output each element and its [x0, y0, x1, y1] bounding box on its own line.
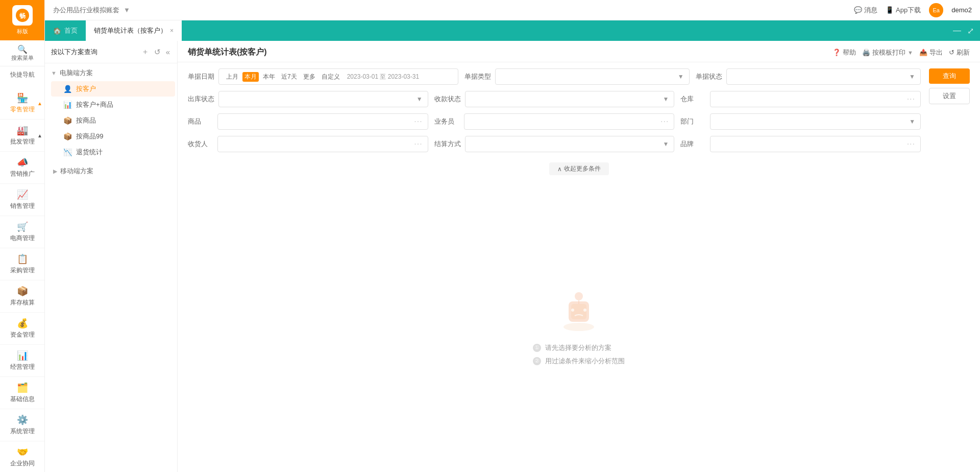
query-button[interactable]: 查询 [929, 68, 970, 84]
home-tab-label: 首页 [64, 26, 78, 35]
tab-bar: 🏠 首页 销货单统计表（按客户） × — ⤢ [45, 20, 980, 41]
return-stats-icon: 📉 [63, 148, 72, 156]
filter-area: 单据日期 上月 本月 本年 近7天 更多 自定义 20 [178, 62, 980, 158]
wholesale-icon: 🏭 [17, 125, 28, 136]
finance-label: 资金管理 [10, 331, 35, 339]
collapse-scheme-btn[interactable]: « [165, 46, 171, 57]
filter-row-4: 收货人 ··· 结算方式 ▼ 品牌 [188, 136, 921, 152]
by-customer-goods-label: 按客户+商品 [76, 100, 113, 109]
tab-home[interactable]: 🏠 首页 [45, 20, 86, 41]
svg-point-2 [564, 323, 594, 331]
wholesale-label: 批发管理 [10, 137, 35, 146]
warehouse-control[interactable]: ··· [710, 91, 921, 107]
salesperson-control[interactable]: ··· [464, 113, 675, 130]
scheme-pc-group-header[interactable]: ▼ 电脑端方案 [45, 65, 177, 81]
settle-control[interactable]: ▼ [465, 136, 675, 152]
enterprise-label: 企业协同 [10, 459, 35, 468]
scheme-item-by-goods[interactable]: 📦 按商品 [51, 113, 175, 128]
sidebar-item-purchase[interactable]: 📋 采购管理 [0, 248, 44, 280]
order-status-control[interactable]: ▼ [726, 68, 921, 85]
sidebar-item-inventory[interactable]: 📦 库存核算 [0, 280, 44, 313]
warehouse-ellipsis-icon: ··· [907, 95, 915, 104]
by-goods-99-label: 按商品99 [76, 132, 103, 141]
scheme-item-return-stats[interactable]: 📉 退货统计 [51, 145, 175, 160]
inventory-label: 库存核算 [10, 298, 35, 307]
date-tag-this-year[interactable]: 本年 [261, 72, 277, 82]
sidebar-item-basic[interactable]: 🗂️ 基础信息 [0, 377, 44, 409]
message-btn[interactable]: 💬 消息 [854, 6, 877, 15]
sidebar-item-wholesale[interactable]: 🏭 批发管理 ▲ [0, 120, 44, 152]
date-tag-last-month[interactable]: 上月 [224, 72, 240, 82]
pc-expand-icon: ▼ [51, 70, 57, 76]
print-btn[interactable]: 🖨️ 按模板打印 ▼ [862, 48, 913, 57]
svg-rect-4 [571, 304, 586, 319]
receipt-status-control[interactable]: ▼ [465, 91, 675, 107]
sidebar-item-retail[interactable]: 🏪 零售管理 ▲ [0, 87, 44, 120]
goods-label: 商品 [188, 117, 213, 126]
brand-control[interactable]: ··· [710, 136, 921, 152]
goods-99-icon: 📦 [63, 132, 72, 140]
scheme-mobile-group-header[interactable]: ▶ 移动端方案 [45, 163, 177, 179]
collapse-up-icon: ∧ [557, 166, 562, 173]
tip-2-num: ② [533, 357, 541, 365]
tab-minimize-btn[interactable]: — [951, 24, 963, 37]
header-right: 💬 消息 📱 App下载 Ea demo2 [854, 3, 972, 17]
app-download-btn[interactable]: 📱 App下载 [886, 6, 921, 15]
salesperson-filter-item: 业务员 ··· [434, 113, 675, 130]
marketing-icon: 📣 [17, 157, 28, 168]
sidebar-item-quicknav[interactable]: 快捷导航 [0, 66, 44, 83]
mobile-expand-icon: ▶ [53, 168, 57, 175]
scheme-mobile-group: ▶ 移动端方案 [45, 162, 177, 180]
page-area: 按以下方案查询 ＋ ↺ « ▼ 电脑端方案 👤 按客户 📊 按 [45, 41, 980, 472]
out-status-control[interactable]: ▼ [218, 91, 428, 107]
tab-close-icon[interactable]: × [170, 27, 174, 34]
date-tag-7days[interactable]: 近7天 [279, 72, 299, 82]
sidebar-item-sales[interactable]: 📈 销售管理 [0, 184, 44, 216]
date-tag-this-month[interactable]: 本月 [242, 72, 259, 82]
logo-area[interactable]: 畅 标版 [0, 0, 44, 40]
date-tag-more[interactable]: 更多 [301, 72, 317, 82]
sidebar-item-operation[interactable]: 📊 经营管理 [0, 345, 44, 377]
system-icon: ⚙️ [17, 414, 28, 426]
help-btn[interactable]: ❓ 帮助 [832, 48, 856, 57]
tab-actions: — ⤢ [951, 24, 980, 38]
tab-maximize-btn[interactable]: ⤢ [965, 24, 976, 38]
date-control[interactable]: 上月 本月 本年 近7天 更多 自定义 2023-03-01 至 2023-03… [218, 68, 458, 85]
goods-control[interactable]: ··· [217, 113, 428, 130]
sidebar-item-system[interactable]: ⚙️ 系统管理 [0, 409, 44, 441]
collapse-button[interactable]: ∧ 收起更多条件 [549, 162, 609, 175]
user-avatar[interactable]: Ea [929, 3, 943, 17]
sidebar-item-ecommerce[interactable]: 🛒 电商管理 [0, 216, 44, 248]
help-icon: ❓ [832, 49, 841, 56]
scheme-title: 按以下方案查询 [51, 48, 137, 57]
sidebar-item-finance[interactable]: 💰 资金管理 [0, 313, 44, 345]
by-customer-label: 按客户 [76, 84, 96, 93]
sidebar-item-enterprise[interactable]: 🤝 企业协同 [0, 441, 44, 472]
tab-sales-stats[interactable]: 销货单统计表（按客户） × [86, 20, 182, 41]
refresh-scheme-btn[interactable]: ↺ [153, 46, 162, 58]
page-title: 销货单统计表(按客户) [188, 47, 267, 58]
order-status-chevron-icon: ▼ [909, 73, 915, 80]
industry-label: 办公用品行业模拟账套 [53, 6, 119, 15]
scheme-item-by-goods-99[interactable]: 📦 按商品99 [51, 129, 175, 144]
search-label: 搜索菜单 [11, 54, 34, 62]
sidebar-item-marketing[interactable]: 📣 营销推广 [0, 152, 44, 184]
export-btn[interactable]: 📤 导出 [919, 48, 943, 57]
settings-button[interactable]: 设置 [929, 88, 970, 104]
purchase-label: 采购管理 [10, 266, 35, 275]
order-type-control[interactable]: ▼ [495, 68, 690, 85]
consignee-control[interactable]: ··· [217, 136, 428, 152]
print-dropdown-icon: ▼ [908, 50, 913, 56]
date-tag-custom[interactable]: 自定义 [320, 72, 342, 82]
scheme-item-by-customer[interactable]: 👤 按客户 [51, 81, 175, 97]
filter-left: 单据日期 上月 本月 本年 近7天 更多 自定义 20 [188, 68, 921, 158]
brand-filter-item: 品牌 ··· [680, 136, 921, 152]
sidebar-search-item[interactable]: 🔍 搜索菜单 [0, 40, 44, 66]
dropdown-arrow-icon[interactable]: ▼ [124, 6, 130, 14]
department-control[interactable]: ▼ [710, 113, 921, 130]
salesperson-label: 业务员 [434, 117, 460, 126]
add-scheme-btn[interactable]: ＋ [140, 46, 150, 58]
basic-icon: 🗂️ [17, 382, 28, 393]
scheme-item-by-customer-goods[interactable]: 📊 按客户+商品 [51, 97, 175, 112]
refresh-btn[interactable]: ↺ 刷新 [949, 48, 970, 57]
